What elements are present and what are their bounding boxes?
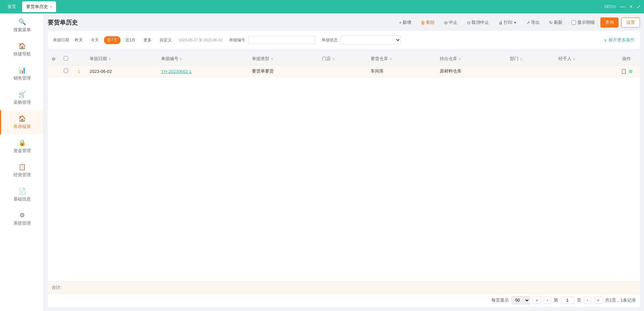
page-input[interactable] xyxy=(561,297,574,304)
col-header-settings[interactable]: ⚙ xyxy=(48,52,60,65)
print-button[interactable]: 🖨 打印 ▼ xyxy=(495,18,520,27)
sidebar-item-shortcut-nav[interactable]: 🏠 快捷导航 xyxy=(0,38,43,62)
sidebar-item-finance-mgmt-label: 资金管理 xyxy=(13,148,31,154)
filter-chip-last1month[interactable]: 近1月 xyxy=(122,36,139,44)
sidebar-item-operations-mgmt[interactable]: 📋 经营管理 xyxy=(0,159,43,183)
tab-home[interactable]: 首页 xyxy=(3,1,20,12)
col-op-label: 操作 xyxy=(622,56,631,61)
basic-info-icon: 📄 xyxy=(18,187,26,195)
filter-row-1: 单据日期 昨天 今天 近7天 近1月 更多 自定义 2023-05-27 至 2… xyxy=(53,36,635,44)
toolbar-divider xyxy=(569,19,569,26)
refresh-button[interactable]: ↻ 刷新 xyxy=(546,18,566,27)
sidebar-item-sales-mgmt[interactable]: 📊 销售管理 xyxy=(0,62,43,86)
last-page-btn[interactable]: » xyxy=(594,297,602,304)
table-container: ⚙ 单据日期 ⇅ 单据编号 ⇅ xyxy=(48,52,640,307)
sidebar-item-inventory-accounting[interactable]: 🏠 库存核算 xyxy=(0,110,43,134)
col-header-pending-warehouse[interactable]: 待出仓库 ⇅ xyxy=(436,52,506,65)
settings-button[interactable]: 设置 xyxy=(621,17,640,28)
col-pending-warehouse-sort-icon[interactable]: ⇅ xyxy=(459,57,461,61)
row-checkbox[interactable] xyxy=(64,69,68,73)
col-header-docdate[interactable]: 单据日期 ⇅ xyxy=(86,52,157,65)
query-button[interactable]: 查询 xyxy=(600,17,619,28)
col-docdate-label: 单据日期 xyxy=(90,56,107,61)
next-page-btn[interactable]: › xyxy=(584,297,591,304)
query-label: 查询 xyxy=(605,19,614,26)
filter-status-select[interactable] xyxy=(340,36,401,44)
suspend-button[interactable]: ⊘ 中止 xyxy=(441,18,461,27)
operations-mgmt-icon: 📋 xyxy=(18,163,26,171)
show-detail-label: 显示明细 xyxy=(577,19,595,26)
col-handler-label: 经手人 xyxy=(558,56,572,61)
sales-mgmt-icon: 📊 xyxy=(18,66,26,74)
tab-close-icon[interactable]: × xyxy=(50,5,52,9)
print-dropdown-icon[interactable]: ▼ xyxy=(514,21,517,25)
col-doctype-label: 单据类型 xyxy=(252,56,269,61)
delete-button[interactable]: 🗑 删除 xyxy=(417,18,438,27)
suspend-label: 中止 xyxy=(449,19,458,26)
maximize-btn[interactable]: ⤢ xyxy=(637,4,641,9)
col-handler-sort-icon[interactable]: ⇅ xyxy=(573,57,575,61)
row-edit-icon[interactable]: 📋 xyxy=(621,69,627,74)
filter-chip-yesterday[interactable]: 昨天 xyxy=(72,36,86,44)
select-all-checkbox[interactable] xyxy=(64,56,68,60)
minimize-btn[interactable]: — xyxy=(620,4,626,10)
expand-filter-label: 展开更多条件 xyxy=(608,37,635,43)
row-docno-link[interactable]: YH-20230602-1 xyxy=(161,69,192,74)
filter-chip-last7days[interactable]: 近7天 xyxy=(104,36,120,44)
print-label: 打印 xyxy=(504,19,513,26)
col-pending-warehouse-label: 待出仓库 xyxy=(440,56,457,61)
col-header-handler[interactable]: 经手人 ⇅ xyxy=(554,52,613,65)
col-docno-sort-icon[interactable]: ⇅ xyxy=(179,57,182,61)
table-scroll: ⚙ 单据日期 ⇅ 单据编号 ⇅ xyxy=(48,52,640,281)
sidebar-item-finance-mgmt[interactable]: 🔒 资金管理 xyxy=(0,134,43,159)
col-header-req-warehouse[interactable]: 要货仓库 ⇅ xyxy=(367,52,436,65)
col-doctype-sort-icon[interactable]: ⇅ xyxy=(271,57,273,61)
page-label: 第 xyxy=(554,297,558,303)
col-header-doctype[interactable]: 单据类型 ⇅ xyxy=(248,52,318,65)
filter-chip-custom[interactable]: 自定义 xyxy=(157,36,175,44)
col-header-check xyxy=(60,52,72,65)
cancel-suspend-button[interactable]: ⊙ 取消中止 xyxy=(464,18,492,27)
col-req-warehouse-sort-icon[interactable]: ⇅ xyxy=(389,57,392,61)
table-row: 1 2023-06-02 YH-20230602-1 要货单要货 车间库 原材料… xyxy=(48,65,640,77)
page-size-select[interactable]: 10 20 50 100 xyxy=(512,296,530,304)
filter-docno-label: 单据编号 xyxy=(229,37,245,43)
col-dept-sort-icon[interactable]: ⇅ xyxy=(520,57,523,61)
often-label[interactable]: OfTEn xyxy=(604,4,616,9)
search-menu-icon: 🔍 xyxy=(18,18,26,26)
sidebar-item-basic-info[interactable]: 📄 基础信息 xyxy=(0,183,43,207)
close-btn[interactable]: × xyxy=(630,4,633,10)
filter-docno-input[interactable] xyxy=(248,36,315,44)
row-delete-icon[interactable]: ⊞ xyxy=(629,69,633,74)
sidebar-item-system-mgmt[interactable]: ⚙ 系统管理 xyxy=(0,207,43,231)
show-detail-input[interactable] xyxy=(572,20,576,25)
toolbar-divider-2 xyxy=(597,19,598,26)
row-docno[interactable]: YH-20230602-1 xyxy=(157,65,248,77)
sidebar-item-sales-mgmt-label: 销售管理 xyxy=(13,75,31,81)
first-page-btn[interactable]: « xyxy=(533,297,541,304)
col-docdate-sort-icon[interactable]: ⇅ xyxy=(108,57,111,61)
show-detail-checkbox[interactable]: 显示明细 xyxy=(572,19,595,26)
total-info: 共1页，1条记录 xyxy=(605,297,636,303)
prev-page-btn[interactable]: ‹ xyxy=(544,297,551,304)
sidebar-item-search-menu[interactable]: 🔍 搜索菜单 xyxy=(0,13,43,38)
delete-label: 删除 xyxy=(426,19,435,26)
add-button[interactable]: + 新增 xyxy=(396,18,415,27)
col-header-docno[interactable]: 单据编号 ⇅ xyxy=(157,52,248,65)
filter-chip-today[interactable]: 今天 xyxy=(88,36,102,44)
row-check[interactable] xyxy=(60,65,72,77)
col-store-sort-icon[interactable]: ⇅ xyxy=(332,57,335,61)
sidebar-item-system-mgmt-label: 系统管理 xyxy=(13,220,31,226)
filter-chip-more[interactable]: 更多 xyxy=(141,36,155,44)
expand-filter-button[interactable]: ∨ 展开更多条件 xyxy=(604,37,635,43)
col-header-store[interactable]: 门店 ⇅ xyxy=(318,52,367,65)
row-op-icons: 📋 ⊞ xyxy=(617,69,636,74)
refresh-label: 刷新 xyxy=(554,19,562,26)
row-num: 1 xyxy=(72,65,86,77)
col-header-dept[interactable]: 部门 ⇅ xyxy=(506,52,554,65)
row-op: 📋 ⊞ xyxy=(613,65,640,77)
tab-requisition-history[interactable]: 要货单历史 × xyxy=(22,1,56,12)
sidebar-item-purchase-mgmt[interactable]: 🛒 采购管理 xyxy=(0,86,43,110)
top-bar: 首页 要货单历史 × OfTEn — × ⤢ xyxy=(0,0,644,13)
export-button[interactable]: ↗ 导出 xyxy=(523,18,543,27)
